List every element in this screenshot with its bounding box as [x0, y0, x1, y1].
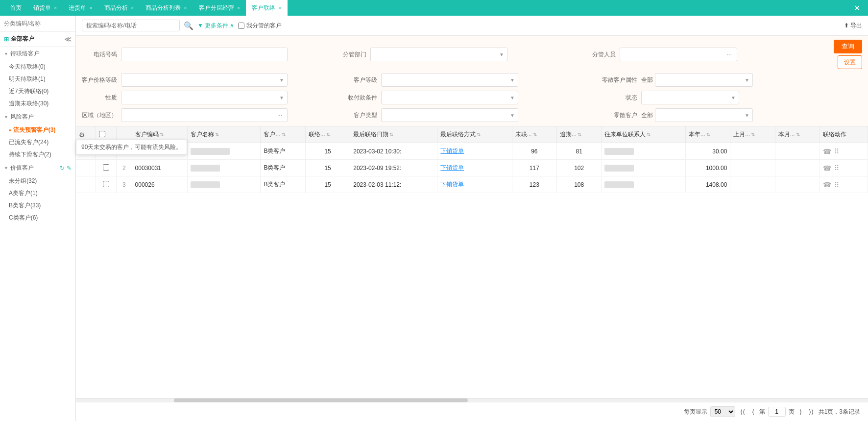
th-name[interactable]: 客户名称⇅: [188, 126, 261, 143]
sidebar-all-customers[interactable]: ⊞ 全部客户 ≪: [0, 32, 75, 47]
person-dots[interactable]: ···: [725, 51, 734, 58]
price-level-select[interactable]: ▼: [121, 73, 288, 87]
first-page-btn[interactable]: ⟨⟨: [738, 407, 747, 417]
td-last-method-2[interactable]: 下销货单: [437, 176, 512, 193]
close-customer-layer-tab[interactable]: ×: [237, 5, 240, 11]
next-page-btn[interactable]: ⟩: [797, 407, 804, 417]
td-checkbox-1[interactable]: [96, 160, 117, 176]
cust-level-select[interactable]: ▼: [381, 73, 518, 87]
td-code-2: 000026: [132, 176, 188, 193]
th-last-month[interactable]: 上月...⇅: [730, 126, 775, 143]
dept-select[interactable]: ▼: [370, 48, 507, 61]
nav-tab-purchase[interactable]: 进货单 ×: [63, 0, 98, 16]
sidebar-collapse-btn[interactable]: ≪: [64, 35, 72, 43]
nav-tab-sales[interactable]: 销货单 ×: [27, 0, 63, 16]
search-input[interactable]: [82, 20, 180, 31]
last-method-link-2[interactable]: 下销货单: [440, 181, 464, 188]
close-analysis-list-tab[interactable]: ×: [184, 5, 187, 11]
sidebar-item-churned[interactable]: 已流失客户(24): [0, 136, 75, 149]
search-icon-button[interactable]: 🔍: [184, 21, 193, 30]
row-checkbox-2[interactable]: [103, 181, 109, 187]
sidebar-item-overdue[interactable]: 逾期未联络(30): [0, 98, 75, 110]
action-contact-2[interactable]: ☎: [823, 181, 831, 189]
sidebar-item-today[interactable]: 今天待联络(0): [0, 61, 75, 73]
th-unit-contact[interactable]: 往来单位联系人⇅: [602, 126, 686, 143]
sidebar-group-value[interactable]: 价值客户 ↻ ✎: [0, 161, 75, 175]
filter-zero-attr: 零散客户属性 全部 ▼: [602, 73, 862, 87]
phone-input[interactable]: [121, 48, 288, 61]
close-sales-tab[interactable]: ×: [54, 5, 57, 11]
query-button[interactable]: 查询: [834, 40, 862, 53]
sidebar-item-tomorrow[interactable]: 明天待联络(1): [0, 73, 75, 85]
value-group-refresh[interactable]: ↻: [60, 165, 65, 172]
page-number-input[interactable]: [768, 407, 786, 417]
advanced-filter-panel: 电话号码 分管部门 ▼ 分管人员 ···: [76, 36, 868, 126]
sidebar-item-a-class[interactable]: A类客户(1): [0, 187, 75, 199]
nav-tab-analysis-list[interactable]: 商品分析列表 ×: [140, 0, 193, 16]
filter-status: 状态 ▼: [602, 91, 862, 104]
th-this-year[interactable]: 本年...⇅: [685, 126, 730, 143]
nature-select[interactable]: ▼: [121, 91, 288, 104]
td-settings-2: [76, 176, 96, 193]
zero-attr-select[interactable]: ▼: [655, 73, 753, 87]
scrollbar-thumb[interactable]: [174, 398, 468, 402]
nav-tab-customer-contact[interactable]: 客户联络 ×: [246, 0, 287, 16]
action-contact-0[interactable]: ☎: [823, 148, 831, 155]
action-contact-1[interactable]: ☎: [823, 164, 831, 172]
close-customer-contact-tab[interactable]: ×: [278, 5, 281, 11]
filter-nature: 性质 ▼: [82, 91, 342, 104]
cust-type-select[interactable]: ▼: [381, 108, 518, 122]
th-not-contacted[interactable]: 未联...⇅: [512, 126, 556, 143]
action-more-0[interactable]: ⠿: [834, 148, 839, 155]
sidebar-item-ungroup[interactable]: 未分组(32): [0, 175, 75, 187]
sidebar-search-input[interactable]: [4, 20, 76, 27]
th-overdue[interactable]: 逾期...⇅: [557, 126, 602, 143]
action-more-1[interactable]: ⠿: [834, 164, 839, 172]
last-method-link-0[interactable]: 下销货单: [440, 148, 464, 154]
more-conditions-btn[interactable]: ▼ 更多条件 ∧: [197, 22, 234, 30]
sidebar-item-b-class[interactable]: B类客户(33): [0, 199, 75, 212]
price-level-arrow: ▼: [279, 77, 284, 83]
close-purchase-tab[interactable]: ×: [89, 5, 92, 11]
th-contact[interactable]: 联络...⇅: [305, 126, 350, 143]
close-analysis-tab[interactable]: ×: [131, 5, 134, 11]
sidebar-item-churn-warning[interactable]: 流失预警客户(3): [0, 124, 75, 136]
last-method-link-1[interactable]: 下销货单: [440, 164, 464, 171]
nav-tab-customer-layer[interactable]: 客户分层经营 ×: [193, 0, 246, 16]
th-last-method[interactable]: 最后联络方式⇅: [437, 126, 512, 143]
td-last-method-0[interactable]: 下销货单: [437, 143, 512, 160]
zero-cust-select[interactable]: ▼: [655, 108, 753, 122]
row-checkbox-1[interactable]: [103, 164, 109, 171]
cust-type-arrow: ▼: [510, 113, 515, 118]
person-select[interactable]: ···: [620, 48, 737, 61]
payment-select[interactable]: ▼: [381, 91, 518, 104]
th-level[interactable]: 客户...⇅: [261, 126, 305, 143]
value-group-edit[interactable]: ✎: [67, 165, 72, 172]
filter-icon: ▼: [197, 22, 203, 29]
th-last-date[interactable]: 最后联络日期⇅: [350, 126, 437, 143]
td-last-method-1[interactable]: 下销货单: [437, 160, 512, 176]
horizontal-scrollbar[interactable]: [76, 398, 868, 402]
page-size-select[interactable]: 50 100 200: [710, 406, 735, 417]
my-customers-checkbox-label[interactable]: 我分管的客户: [238, 22, 282, 30]
action-more-2[interactable]: ⠿: [834, 181, 839, 189]
region-dots[interactable]: ···: [275, 112, 284, 119]
td-checkbox-2[interactable]: [96, 176, 117, 193]
status-select[interactable]: ▼: [641, 91, 739, 104]
region-select[interactable]: ···: [121, 108, 288, 122]
nav-tab-analysis[interactable]: 商品分析 ×: [98, 0, 140, 16]
close-all-tabs[interactable]: ✕: [850, 3, 864, 13]
nav-tab-home[interactable]: 首页: [4, 0, 27, 16]
sidebar-item-declining[interactable]: 持续下滑客户(2): [0, 149, 75, 161]
sidebar-item-c-class[interactable]: C类客户(6): [0, 212, 75, 224]
export-btn[interactable]: ⬆ 导出: [844, 22, 862, 30]
sidebar-item-7days[interactable]: 近7天待联络(0): [0, 85, 75, 98]
prev-page-btn[interactable]: ⟨: [750, 407, 756, 417]
settings-button[interactable]: 设置: [838, 55, 862, 69]
my-customers-checkbox[interactable]: [238, 23, 244, 29]
last-page-btn[interactable]: ⟩⟩: [807, 407, 816, 417]
th-this-month[interactable]: 本月...⇅: [775, 126, 820, 143]
select-all-checkbox[interactable]: [99, 131, 105, 137]
sidebar-group-pending[interactable]: 待联络客户: [0, 47, 75, 61]
sidebar-group-risk[interactable]: 风险客户: [0, 110, 75, 124]
